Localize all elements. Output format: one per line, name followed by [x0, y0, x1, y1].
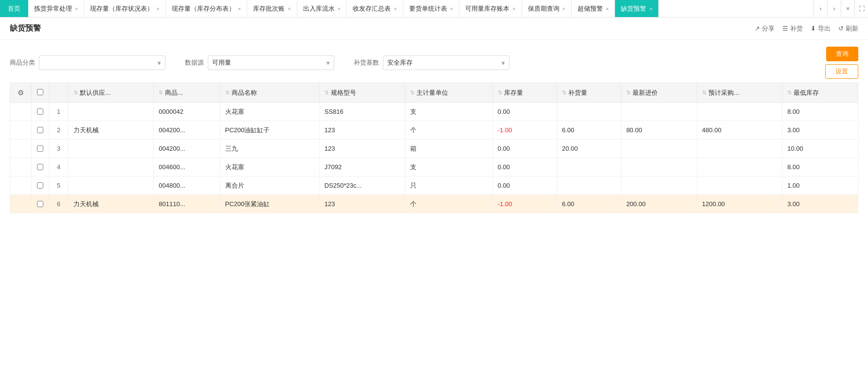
row-min-stock-cell: 3.00	[782, 121, 858, 140]
category-dropdown-icon: ▾	[158, 59, 161, 67]
replenish-icon: ☰	[782, 25, 788, 32]
settings-button[interactable]: 设置	[825, 64, 858, 79]
tab-close-btn[interactable]: ×	[841, 0, 854, 17]
tab-available-ledger-close[interactable]: ×	[512, 6, 515, 12]
tab-demand-stats[interactable]: 要货单统计表 ×	[403, 0, 459, 17]
col-header-check	[32, 83, 49, 103]
tab-batch-close[interactable]: ×	[288, 6, 290, 12]
sort-icon-min-stock: ⇅	[787, 89, 792, 96]
tab-inout-flow[interactable]: 出入库流水 ×	[297, 0, 347, 17]
table-header-row: ⚙ ⇅ 默认供应... ⇅ 商	[10, 83, 858, 103]
replenish-base-select[interactable]: 安全库存 ▾	[383, 55, 509, 70]
row-stock-cell: 0.00	[492, 103, 557, 121]
tab-exception-label: 拣货异常处理	[34, 4, 72, 13]
tab-receive-summary-close[interactable]: ×	[394, 6, 397, 12]
category-filter-label: 商品分类	[10, 58, 35, 67]
row-settings-cell	[10, 195, 32, 213]
tab-next-btn[interactable]: ›	[827, 0, 841, 17]
row-product-code-cell: 004800...	[154, 176, 220, 195]
row-unit-cell: 箱	[405, 140, 492, 158]
row-settings-cell	[10, 158, 32, 176]
tab-overstock-close[interactable]: ×	[606, 6, 609, 12]
row-checkbox-2[interactable]	[37, 145, 43, 152]
tab-batch[interactable]: 库存批次账 ×	[247, 0, 297, 17]
tab-overstock[interactable]: 超储预警 ×	[572, 0, 615, 17]
tab-inventory-dist-label: 现存量（库存分布表）	[172, 4, 235, 13]
datasource-select[interactable]: 可用量 ▾	[208, 55, 334, 70]
replenish-button[interactable]: ☰ 补货	[782, 24, 803, 33]
row-supplier-cell: 力天机械	[69, 121, 154, 140]
tab-shortage-close[interactable]: ×	[649, 6, 652, 12]
row-check-cell	[32, 140, 49, 158]
row-checkbox-5[interactable]	[37, 201, 43, 207]
row-product-code-cell: 004200...	[154, 140, 220, 158]
filter-area: 商品分类 ▾ 数据源 可用量 ▾ 补货基数 安全库存 ▾ 查询 设置	[0, 40, 868, 83]
col-spec-label: 规格型号	[331, 88, 356, 97]
data-table: ⚙ ⇅ 默认供应... ⇅ 商	[10, 83, 858, 213]
export-button[interactable]: ⬇ 导出	[811, 24, 831, 33]
row-spec-cell: DS250*23c...	[319, 176, 405, 195]
tab-expiry-label: 保质期查询	[528, 4, 560, 13]
header-checkbox[interactable]	[37, 89, 43, 95]
tab-inventory-status-close[interactable]: ×	[156, 6, 159, 12]
tab-prev-btn[interactable]: ‹	[814, 0, 827, 17]
category-select[interactable]: ▾	[39, 55, 165, 70]
refresh-label: 刷新	[846, 24, 858, 33]
datasource-filter-group: 数据源 可用量 ▾	[185, 55, 334, 70]
col-header-product-code: ⇅ 商品...	[154, 83, 220, 103]
row-checkbox-4[interactable]	[37, 182, 43, 189]
row-stock-cell: 0.00	[492, 140, 557, 158]
replenish-base-filter-group: 补货基数 安全库存 ▾	[354, 55, 509, 70]
row-unit-cell: 支	[405, 103, 492, 121]
row-replenish-cell: 20.00	[557, 140, 621, 158]
replenish-label: 补货	[790, 24, 803, 33]
tab-expiry[interactable]: 保质期查询 ×	[522, 0, 572, 17]
row-spec-cell: SS816	[319, 103, 405, 121]
row-product-name-cell: 三九	[220, 140, 319, 158]
tab-receive-summary[interactable]: 收发存汇总表 ×	[347, 0, 403, 17]
row-stock-cell: 0.00	[492, 158, 557, 176]
tab-available-ledger[interactable]: 可用量库存账本 ×	[459, 0, 522, 17]
tab-shortage[interactable]: 缺货预警 ×	[615, 0, 658, 17]
table-container: ⚙ ⇅ 默认供应... ⇅ 商	[0, 83, 868, 213]
tab-overstock-label: 超储预警	[578, 4, 603, 13]
query-button[interactable]: 查询	[826, 47, 858, 61]
refresh-icon: ↺	[838, 25, 844, 32]
tab-demand-stats-close[interactable]: ×	[450, 6, 453, 12]
col-unit-label: 主计量单位	[416, 88, 448, 97]
row-checkbox-3[interactable]	[37, 164, 43, 170]
row-checkbox-1[interactable]	[37, 127, 43, 133]
tab-inout-flow-close[interactable]: ×	[338, 6, 341, 12]
col-product-code-label: 商品...	[165, 88, 183, 97]
row-replenish-cell	[557, 176, 621, 195]
tab-inventory-dist[interactable]: 现存量（库存分布表） ×	[166, 0, 247, 17]
sort-icon-unit: ⇅	[410, 89, 415, 96]
row-product-name-cell: PC200油缸缸子	[220, 121, 319, 140]
tab-exception[interactable]: 拣货异常处理 ×	[28, 0, 84, 17]
export-label: 导出	[818, 24, 831, 33]
tab-inventory-status-label: 现存量（库存状况表）	[90, 4, 153, 13]
row-checkbox-0[interactable]	[37, 108, 43, 115]
tab-receive-summary-label: 收发存汇总表	[353, 4, 391, 13]
col-header-est-purchase: ⇅ 预计采购...	[697, 83, 782, 103]
col-product-name-label: 商品名称	[232, 88, 257, 97]
col-header-settings: ⚙	[10, 83, 32, 103]
tab-exception-close[interactable]: ×	[75, 6, 78, 12]
tab-inventory-dist-close[interactable]: ×	[238, 6, 241, 12]
sort-icon-supplier: ⇅	[73, 89, 78, 96]
settings-gear-icon[interactable]: ⚙	[18, 88, 24, 97]
row-est-purchase-cell	[697, 140, 782, 158]
share-button[interactable]: ↗ 分享	[755, 24, 775, 33]
col-header-stock: ⇅ 库存量	[492, 83, 557, 103]
tab-expiry-close[interactable]: ×	[562, 6, 565, 12]
refresh-button[interactable]: ↺ 刷新	[838, 24, 858, 33]
row-spec-cell: 123	[319, 121, 405, 140]
tab-home[interactable]: 首页	[0, 0, 28, 17]
main-content: 缺货预警 ↗ 分享 ☰ 补货 ⬇ 导出 ↺ 刷新 商品分类	[0, 18, 868, 387]
tab-inventory-status[interactable]: 现存量（库存状况表） ×	[84, 0, 165, 17]
row-num-cell: 6	[49, 195, 69, 213]
tab-fullscreen-btn[interactable]: ⛶	[854, 0, 868, 17]
table-row: 1 0000042 火花塞 SS816 支 0.00 8.00	[10, 103, 858, 121]
row-latest-price-cell: 80.00	[621, 121, 697, 140]
row-product-name-cell: PC200张紧油缸	[220, 195, 319, 213]
